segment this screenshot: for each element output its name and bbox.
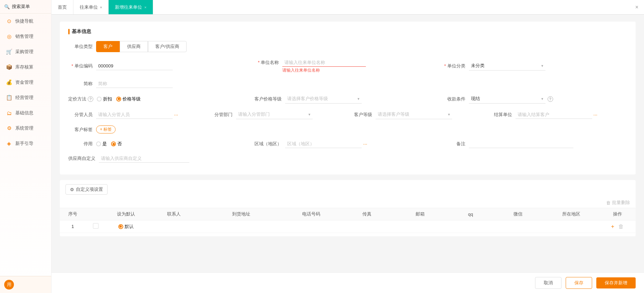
row-checkbox[interactable] <box>93 223 99 229</box>
customer-price-level-select[interactable]: 请选择客户价格等级 ▾ <box>285 94 362 104</box>
abbreviation-input[interactable] <box>96 80 173 88</box>
sidebar-search[interactable]: 🔍 搜索菜单 <box>0 0 51 14</box>
col-address: 到货地址 <box>202 208 280 220</box>
pricing-level[interactable]: 价格等级 <box>116 96 141 102</box>
supplier-custom-input[interactable] <box>99 154 189 163</box>
disabled-radio-group: 是 否 <box>96 141 122 147</box>
batch-delete-btn[interactable]: 🗑 批量删除 <box>606 200 630 206</box>
disabled-no[interactable]: 否 <box>111 141 122 147</box>
region-input[interactable] <box>285 140 362 148</box>
pricing-discount-radio[interactable] <box>97 97 102 101</box>
unit-type-field: 单位类型 客户 供应商 客户/供应商 <box>68 41 627 52</box>
manager-more-btn[interactable]: ··· <box>173 112 180 117</box>
row-location-input[interactable] <box>557 224 585 229</box>
unit-code-field: 单位编码 <box>68 62 254 70</box>
table-toolbar: 🗑 批量删除 <box>60 197 636 208</box>
settlement-unit-more-btn[interactable]: ··· <box>592 112 599 117</box>
customer-price-level-chevron: ▾ <box>358 97 360 101</box>
save-button[interactable]: 保存 <box>566 277 592 289</box>
unit-category-select[interactable]: 未分类 ▾ <box>469 61 545 71</box>
sidebar-item-finance[interactable]: 💰 资金管理 <box>0 75 51 90</box>
row-email[interactable] <box>392 220 448 233</box>
customer-level-select[interactable]: 请选择客户等级 ▾ <box>376 110 452 119</box>
pricing-row: 定价方法 ? 折扣 价格等级 <box>68 94 627 104</box>
payment-terms-help-icon[interactable]: ? <box>548 96 553 102</box>
tab-contacts-label: 往来单位 <box>80 4 98 10</box>
pricing-discount[interactable]: 折扣 <box>97 96 112 102</box>
unit-category-label: 单位分类 <box>441 63 469 69</box>
sidebar-item-sys-mgmt[interactable]: ⚙ 系统管理 <box>0 121 51 136</box>
row-default-radio[interactable]: 默认 <box>109 223 143 230</box>
tab-contacts[interactable]: 往来单位 × <box>73 0 109 14</box>
row-wechat-input[interactable] <box>506 224 530 229</box>
section-title-text: 基本信息 <box>72 29 91 35</box>
row-location[interactable] <box>543 220 599 233</box>
tab-new-contact[interactable]: 新增往来单位 × <box>109 0 153 14</box>
row-qq[interactable] <box>448 220 493 233</box>
row-default-radio-circle[interactable] <box>118 224 123 229</box>
row-email-input[interactable] <box>406 224 434 229</box>
row-wechat[interactable] <box>493 220 543 233</box>
row-phone-input[interactable] <box>296 224 327 229</box>
sidebar-item-sales[interactable]: ◎ 销售管理 <box>0 29 51 44</box>
unit-code-input[interactable] <box>96 62 173 70</box>
manager-input[interactable] <box>96 111 173 119</box>
finance-icon: 💰 <box>6 79 13 86</box>
unit-type-both[interactable]: 客户/供应商 <box>148 41 187 52</box>
col-fax: 传真 <box>342 208 392 220</box>
main-area: 首页 往来单位 × 新增往来单位 × × 基本信息 单位类型 客户 <box>52 0 644 293</box>
unit-type-row: 单位类型 客户 供应商 客户/供应商 <box>68 41 627 52</box>
cancel-button[interactable]: 取消 <box>535 277 561 289</box>
save-add-button[interactable]: 保存并新增 <box>596 277 636 288</box>
pricing-level-radio[interactable] <box>116 97 121 101</box>
department-select[interactable]: 请输入分管部门 ▾ <box>236 110 313 119</box>
row-contact[interactable] <box>146 220 202 233</box>
tab-home[interactable]: 首页 <box>52 0 73 14</box>
remark-label: 备注 <box>441 141 469 147</box>
tab-bar: 首页 往来单位 × 新增往来单位 × × <box>52 0 644 15</box>
tab-new-contact-close[interactable]: × <box>144 5 146 9</box>
table-row: 1 默认 <box>60 220 636 233</box>
row-contact-input[interactable] <box>160 224 188 229</box>
row-address-input[interactable] <box>220 224 262 229</box>
sidebar-bottom[interactable]: 用 <box>0 276 51 293</box>
department-placeholder: 请输入分管部门 <box>238 111 270 117</box>
tab-bar-close-all[interactable]: × <box>630 4 644 10</box>
payment-terms-select[interactable]: 现结 ▾ <box>469 94 545 104</box>
custom-settings-btn[interactable]: ⚙ 自定义项设置 <box>65 184 108 195</box>
row-fax[interactable] <box>342 220 392 233</box>
settlement-unit-input[interactable] <box>516 111 592 119</box>
disabled-yes[interactable]: 是 <box>96 141 107 147</box>
sidebar-item-quick-nav[interactable]: ⊙ 快捷导航 <box>0 14 51 29</box>
row-delete-btn[interactable]: 🗑 <box>617 223 625 230</box>
department-label: 分管部门 <box>208 112 236 118</box>
unit-type-supplier[interactable]: 供应商 <box>120 41 148 52</box>
unit-name-input[interactable] <box>282 58 366 67</box>
tab-contacts-close[interactable]: × <box>100 5 102 9</box>
col-email: 邮箱 <box>392 208 448 220</box>
row-checkbox-cell[interactable] <box>86 220 106 233</box>
sidebar-item-basic-info[interactable]: 🗂 基础信息 <box>0 105 51 121</box>
row-address[interactable] <box>202 220 280 233</box>
disabled-yes-radio[interactable] <box>96 141 101 146</box>
sidebar-item-operations[interactable]: 📋 经营管理 <box>0 90 51 105</box>
basic-info-icon: 🗂 <box>6 109 13 116</box>
sidebar-item-label: 系统管理 <box>15 125 33 131</box>
table-card: ⚙ 自定义项设置 🗑 批量删除 序号 设为默认 联系人 到货地 <box>60 180 636 236</box>
disabled-no-radio[interactable] <box>111 141 116 146</box>
region-more-btn[interactable]: ··· <box>362 141 369 147</box>
sidebar-item-inventory[interactable]: 📦 库存核算 <box>0 59 51 75</box>
row-add-btn[interactable]: + <box>610 223 615 230</box>
remark-input[interactable] <box>469 140 573 148</box>
row-phone[interactable] <box>280 220 342 233</box>
sidebar-item-purchase[interactable]: 🛒 采购管理 <box>0 44 51 59</box>
customer-price-level-field: 客户价格等级 请选择客户价格等级 ▾ <box>254 94 441 104</box>
sidebar-item-newbie[interactable]: ◈ 新手引导 <box>0 136 51 151</box>
sidebar-search-label: 搜索菜单 <box>12 3 30 10</box>
pricing-help-icon[interactable]: ? <box>88 96 93 102</box>
unit-type-customer[interactable]: 客户 <box>96 41 120 52</box>
row-fax-input[interactable] <box>355 224 379 229</box>
add-tag-btn[interactable]: + 标签 <box>96 125 116 133</box>
row-qq-input[interactable] <box>460 224 481 229</box>
manager-field: 分管人员 ··· <box>68 111 208 119</box>
